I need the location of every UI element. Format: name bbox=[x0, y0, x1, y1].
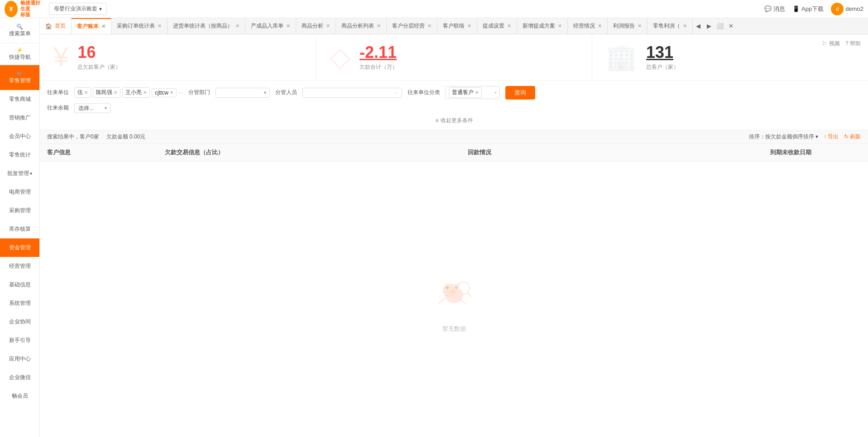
sidebar-item-system[interactable]: 系统管理 bbox=[0, 294, 39, 313]
tab-retail-profit[interactable]: 零售利润（ ✕ bbox=[647, 18, 693, 34]
stat-debt-customers-text: 16 总欠款客户（家） bbox=[77, 43, 121, 71]
tab-commission-settings[interactable]: 提成设置 ✕ bbox=[477, 18, 517, 34]
sidebar-item-operation[interactable]: 经营管理 bbox=[0, 257, 39, 276]
results-count: 搜索结果中，客户0家 bbox=[47, 133, 99, 141]
tab-customer-contact[interactable]: 客户联络 ✕ bbox=[437, 18, 477, 34]
tab-close-icon[interactable]: ✕ bbox=[158, 23, 162, 29]
sidebar-item-purchase[interactable]: 采购管理 bbox=[0, 201, 39, 220]
category-select-field[interactable]: 普通客户 ✕ ▾ bbox=[446, 86, 500, 99]
sidebar-item-member[interactable]: 会员中心 bbox=[0, 127, 39, 146]
app-download-btn[interactable]: 📱 App下载 bbox=[792, 5, 824, 13]
tab-close-icon[interactable]: ✕ bbox=[598, 23, 602, 29]
sidebar-item-search[interactable]: 🔍 搜索菜单 bbox=[0, 18, 39, 43]
user-menu[interactable]: d demo2 bbox=[831, 3, 863, 15]
svg-line-8 bbox=[468, 293, 471, 297]
export-button[interactable]: ↑ 导出 bbox=[824, 133, 839, 141]
unit-tag-chen: 陈民强 ✕ bbox=[93, 87, 120, 98]
tab-inbound-stats[interactable]: 进货单统计表（按商品） ✕ bbox=[168, 18, 245, 34]
tab-close-icon[interactable]: ✕ bbox=[286, 23, 290, 29]
sidebar-item-quick-nav[interactable]: ⚡ 快捷导航 bbox=[0, 43, 39, 65]
unit-tag-wang-close[interactable]: ✕ bbox=[143, 90, 147, 95]
sidebar-item-member2[interactable]: 畅会员 bbox=[0, 387, 39, 405]
logo-area: ¥ 畅捷通好生意 标版 bbox=[5, 0, 44, 18]
sidebar-item-ecommerce[interactable]: 电商管理 bbox=[0, 183, 39, 201]
tab-product-inbound[interactable]: 产成品入库单 ✕ bbox=[245, 18, 296, 34]
stat-debt-customers-value: 16 bbox=[77, 43, 121, 62]
sidebar-item-retail-mall[interactable]: 零售商城 bbox=[0, 90, 39, 109]
tab-nav-right[interactable]: ▶ bbox=[704, 18, 715, 34]
content-area: 🏠 首页 客户账本 ✕ 采购订单统计表 ✕ 进货单统计表（按商品） ✕ 产成品入… bbox=[40, 18, 868, 437]
stat-debt-amount-label: 欠款合计（万） bbox=[360, 63, 398, 71]
home-icon: 🏠 bbox=[45, 23, 52, 29]
unit-tags-more[interactable]: ··· bbox=[178, 90, 183, 96]
tab-close-icon[interactable]: ✕ bbox=[683, 23, 687, 29]
stat-debt-customers-label: 总欠款客户（家） bbox=[77, 63, 121, 71]
collapse-button[interactable]: ∧ 收起更多条件 bbox=[435, 117, 473, 124]
people-label: 分管人员 bbox=[275, 89, 297, 96]
sidebar-item-wecom[interactable]: 企业微信 bbox=[0, 368, 39, 387]
empty-icon bbox=[432, 266, 477, 319]
category-tag-close[interactable]: ✕ bbox=[475, 90, 479, 95]
results-bar: 搜索结果中，客户0家 欠款金额 0.00元 排序：按欠款金额倒序排序 ▾ ↑ 导… bbox=[40, 130, 868, 144]
dept-label: 分管部门 bbox=[188, 89, 210, 96]
sort-dropdown[interactable]: 排序：按欠款金额倒序排序 ▾ bbox=[749, 133, 818, 141]
tab-close-icon[interactable]: ✕ bbox=[507, 23, 511, 29]
tab-add-commission[interactable]: 新增提成方案 ✕ bbox=[517, 18, 568, 34]
query-button[interactable]: 查询 bbox=[505, 86, 535, 100]
tab-business-status[interactable]: 经营情况 ✕ bbox=[568, 18, 608, 34]
help-btn[interactable]: ? 帮助 bbox=[845, 40, 861, 48]
message-btn[interactable]: 💬 消息 bbox=[764, 5, 785, 13]
tab-customer-layer[interactable]: 客户分层经营 ✕ bbox=[387, 18, 437, 34]
yen-icon: ¥ bbox=[53, 43, 68, 71]
unit-tag-chen-close[interactable]: ✕ bbox=[114, 90, 117, 95]
sidebar-item-marketing[interactable]: 营销推广 bbox=[0, 109, 39, 127]
phone-icon: 📱 bbox=[792, 5, 800, 12]
people-input[interactable]: ··· bbox=[302, 88, 402, 98]
sort-label: 排序：按欠款金额倒序排序 bbox=[749, 133, 814, 141]
stat-debt-customers: ¥ 16 总欠款客户（家） bbox=[40, 34, 316, 80]
dept-select[interactable] bbox=[216, 88, 270, 98]
tab-nav-left[interactable]: ◀ bbox=[693, 18, 704, 34]
refresh-button[interactable]: ↻ 刷新 bbox=[844, 133, 861, 141]
sidebar-item-enterprise[interactable]: 企业协同 bbox=[0, 313, 39, 331]
tab-expand-btn[interactable]: ⬜ bbox=[715, 18, 725, 34]
sidebar-item-finance[interactable]: 资金管理 bbox=[0, 238, 39, 257]
tab-profit-report[interactable]: 利润报告 ✕ bbox=[608, 18, 647, 34]
sort-chevron-icon: ▾ bbox=[815, 133, 818, 140]
stats-row: ¥ 16 总欠款客户（家） ◇ -2.11 欠款合计（万） 🏢 bbox=[40, 34, 868, 81]
tab-close-icon[interactable]: ✕ bbox=[427, 23, 432, 29]
stat-total-customers-text: 131 总客户（家） bbox=[646, 43, 679, 71]
tab-product-analysis-list[interactable]: 商品分析列表 ✕ bbox=[336, 18, 387, 34]
tab-close-icon[interactable]: ✕ bbox=[558, 23, 562, 29]
message-icon: 💬 bbox=[764, 5, 772, 12]
sidebar-item-retail-stats[interactable]: 零售统计 bbox=[0, 146, 39, 164]
tab-close-icon[interactable]: ✕ bbox=[235, 23, 240, 29]
tab-close-icon[interactable]: ✕ bbox=[467, 23, 471, 29]
unit-tag-cjttcw-close[interactable]: ✕ bbox=[170, 90, 173, 95]
tab-close-all-btn[interactable]: ✕ bbox=[725, 18, 736, 34]
empty-svg bbox=[432, 266, 477, 311]
tab-close-icon[interactable]: ✕ bbox=[326, 23, 330, 29]
chevron-down-icon: ▾ bbox=[99, 6, 102, 12]
stat-total-customers: 🏢 131 总客户（家） ▷ 视频 ? 帮助 bbox=[592, 34, 868, 80]
balance-select[interactable]: 选择... bbox=[74, 103, 110, 113]
tab-product-analysis[interactable]: 商品分析 ✕ bbox=[296, 18, 336, 34]
empty-text: 暂无数据 bbox=[442, 325, 466, 333]
tab-close-icon[interactable]: ✕ bbox=[101, 24, 106, 29]
sidebar-item-app-center[interactable]: 应用中心 bbox=[0, 350, 39, 368]
sidebar-item-base-info[interactable]: 基础信息 bbox=[0, 276, 39, 294]
tab-home[interactable]: 🏠 首页 bbox=[40, 18, 72, 34]
tab-customer-ledger[interactable]: 客户账本 ✕ bbox=[72, 18, 111, 34]
tab-close-icon[interactable]: ✕ bbox=[377, 23, 381, 29]
search-icon: 🔍 bbox=[0, 24, 39, 30]
sidebar-item-guide[interactable]: 新手引导 bbox=[0, 331, 39, 350]
tab-close-icon[interactable]: ✕ bbox=[638, 23, 642, 29]
sidebar-item-retail-mgmt[interactable]: 🛒 零售管理 bbox=[0, 65, 39, 90]
tab-purchase-order[interactable]: 采购订单统计表 ✕ bbox=[111, 18, 168, 34]
video-btn[interactable]: ▷ 视频 bbox=[822, 40, 840, 48]
sidebar-item-wholesale[interactable]: 批发管理 ▾ bbox=[0, 164, 39, 183]
unit-tag-wu-close[interactable]: ✕ bbox=[84, 90, 88, 95]
people-more-icon: ··· bbox=[393, 90, 398, 96]
sidebar-item-inventory[interactable]: 库存核算 bbox=[0, 220, 39, 238]
account-selector[interactable]: 母婴行业演示账套 ▾ bbox=[49, 3, 107, 15]
